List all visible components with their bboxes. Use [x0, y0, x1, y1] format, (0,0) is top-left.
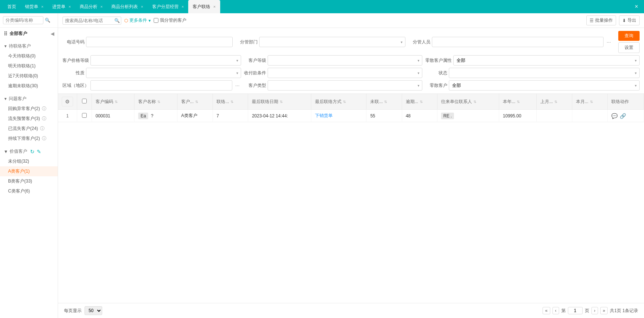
- sort-last-date[interactable]: 最后联络日期 ⇅: [252, 99, 307, 105]
- pending-contact-title[interactable]: ▼ 待联络客户: [0, 41, 58, 51]
- nav-sales[interactable]: 销货单 ×: [21, 0, 48, 13]
- retail-prop-select[interactable]: 全部: [453, 55, 640, 66]
- nav-close-purchase[interactable]: ×: [68, 4, 71, 9]
- retail-customer-select-wrap: 全部: [449, 80, 640, 91]
- customer-level-select[interactable]: [268, 55, 423, 66]
- nav-purchase[interactable]: 进货单 ×: [48, 0, 75, 13]
- payment-select[interactable]: [268, 68, 423, 78]
- settings-button[interactable]: 设置: [618, 42, 640, 53]
- prev-page-btn[interactable]: ‹: [552, 307, 559, 314]
- refresh-icon[interactable]: ↻: [30, 149, 35, 155]
- sort-overdue[interactable]: 逾期... ⇅: [406, 99, 433, 105]
- select-all-checkbox[interactable]: [82, 99, 87, 103]
- sidebar-item-today[interactable]: 今天待联络(0): [0, 51, 58, 61]
- table-header-row: ⚙ 客户编码 ⇅ 客户名称: [58, 94, 644, 110]
- my-customers-check[interactable]: 我分管的客户: [154, 17, 186, 24]
- sort-last-method[interactable]: 最后联络方式 ⇅: [315, 99, 363, 105]
- region-input[interactable]: [90, 80, 232, 91]
- nav-close-customer-contact[interactable]: ×: [213, 4, 215, 9]
- batch-op-button[interactable]: ☰ 批量操作: [586, 15, 616, 25]
- search-icon[interactable]: 🔍: [114, 18, 120, 23]
- phone-field: 电话号码: [62, 37, 233, 47]
- nav-close-customer-tier[interactable]: ×: [182, 4, 184, 9]
- first-page-btn[interactable]: «: [543, 307, 550, 314]
- sort-this-year[interactable]: 本年... ⇅: [503, 99, 533, 105]
- row-overdue: 48: [402, 110, 437, 122]
- region-field: 区域（地区） ···: [62, 80, 241, 91]
- sort-contact[interactable]: 联络... ⇅: [217, 99, 244, 105]
- category-search-icon[interactable]: 🔍: [45, 18, 50, 23]
- table-settings-btn[interactable]: ⚙: [62, 97, 73, 106]
- sidebar-item-a-class[interactable]: A类客户(1): [0, 166, 58, 176]
- close-all-tabs[interactable]: ×: [632, 3, 641, 10]
- last-method-link[interactable]: 下销货单: [315, 113, 333, 118]
- value-customers-title[interactable]: ▼ 价值客户 ↻ ✎: [0, 146, 58, 156]
- problem-arrow: ▼: [4, 97, 7, 101]
- sort-type[interactable]: 客户... ⇅: [181, 99, 209, 105]
- info-icon-0: ⓘ: [42, 106, 46, 111]
- status-select[interactable]: [449, 68, 640, 78]
- nature-select-wrap: [86, 68, 241, 78]
- next-page-btn[interactable]: ›: [591, 307, 598, 314]
- sidebar-item-lost[interactable]: 已流失客户(24) ⓘ: [0, 124, 58, 134]
- customer-type-select[interactable]: [268, 80, 423, 91]
- nav-product-list[interactable]: 商品分析列表 ×: [107, 0, 147, 13]
- region-dots-btn[interactable]: ···: [234, 82, 241, 88]
- sidebar-item-ungroup[interactable]: 未分组(32): [0, 156, 58, 166]
- sidebar-item-7days[interactable]: 近7天待联络(0): [0, 71, 58, 81]
- phone-input[interactable]: [86, 37, 233, 47]
- status-field: 状态: [425, 68, 640, 78]
- filter-row-2: 客户价格等级 客户等级 零散客户属性: [62, 55, 640, 66]
- dept-select[interactable]: [259, 37, 406, 47]
- customer-level-field: 客户等级: [244, 55, 423, 66]
- nav-product-analysis[interactable]: 商品分析 ×: [75, 0, 107, 13]
- sidebar-item-b-class[interactable]: B类客户(33): [0, 176, 58, 186]
- sidebar-item-tomorrow[interactable]: 明天待联络(1): [0, 61, 58, 71]
- nav-close-product-list[interactable]: ×: [141, 4, 143, 9]
- sort-name[interactable]: 客户名称 ⇅: [138, 99, 173, 105]
- category-search-input[interactable]: [3, 16, 43, 24]
- page-input[interactable]: [568, 307, 583, 314]
- my-customers-checkbox[interactable]: [154, 18, 158, 23]
- col-checkbox: [77, 94, 92, 110]
- page-size-select[interactable]: 50: [85, 306, 102, 315]
- edit-icon[interactable]: ✎: [37, 149, 41, 155]
- manager-input[interactable]: [432, 37, 604, 47]
- row-checkbox[interactable]: [82, 113, 87, 118]
- nature-select[interactable]: [86, 68, 241, 78]
- nav-customer-tier[interactable]: 客户分层经营 ×: [148, 0, 188, 13]
- pending-contact-label: 待联络客户: [9, 43, 31, 49]
- more-filters-btn[interactable]: ⬡ 更多条件 ▾: [124, 17, 151, 24]
- sidebar-item-declining[interactable]: 持续下滑客户(2) ⓘ: [0, 134, 58, 144]
- sort-this-month[interactable]: 本月... ⇅: [576, 99, 604, 105]
- retail-customer-select[interactable]: 全部: [449, 80, 640, 91]
- batch-op-label: 批量操作: [595, 17, 613, 24]
- manager-dots-btn[interactable]: ···: [605, 39, 612, 45]
- sort-code[interactable]: 客户编码 ⇅: [96, 99, 130, 105]
- price-level-select[interactable]: [90, 55, 241, 66]
- all-customers-header[interactable]: ⠿ 全部客户 ◀: [0, 28, 58, 40]
- row-unit-contact: RE .: [437, 110, 499, 122]
- table-row: 1 000031 Ea ? A类客户: [58, 110, 644, 122]
- status-label: 状态: [425, 70, 447, 76]
- chat-action-icon[interactable]: 💬: [611, 113, 618, 119]
- nav-close-sales[interactable]: ×: [41, 4, 43, 9]
- sort-last-month[interactable]: 上月... ⇅: [540, 99, 568, 105]
- pending-arrow: ▼: [4, 44, 7, 48]
- nav-close-product-analysis[interactable]: ×: [100, 4, 103, 9]
- query-button[interactable]: 查询: [618, 31, 640, 41]
- sidebar-item-c-class[interactable]: C类客户(6): [0, 186, 58, 196]
- last-page-btn[interactable]: »: [600, 307, 608, 314]
- export-button[interactable]: ⬇ 导出: [619, 15, 640, 25]
- problem-customers-title[interactable]: ▼ 问题客户: [0, 94, 58, 104]
- collapse-icon[interactable]: ◀: [51, 31, 54, 36]
- sort-no-contact[interactable]: 未联... ⇅: [370, 99, 398, 105]
- nav-home[interactable]: 首页: [3, 0, 21, 13]
- sidebar-item-overdue[interactable]: 逾期未联络(30): [0, 81, 58, 91]
- nav-customer-contact[interactable]: 客户联络 ×: [188, 0, 220, 13]
- sidebar-item-abnormal[interactable]: 回购异常客户(2) ⓘ: [0, 104, 58, 114]
- link-action-icon[interactable]: 🔗: [620, 113, 626, 119]
- search-input[interactable]: [65, 18, 113, 23]
- sort-unit-contact[interactable]: 往来单位联系人 ⇅: [441, 99, 495, 105]
- sidebar-item-warning[interactable]: 流失预警客户(3) ⓘ: [0, 114, 58, 124]
